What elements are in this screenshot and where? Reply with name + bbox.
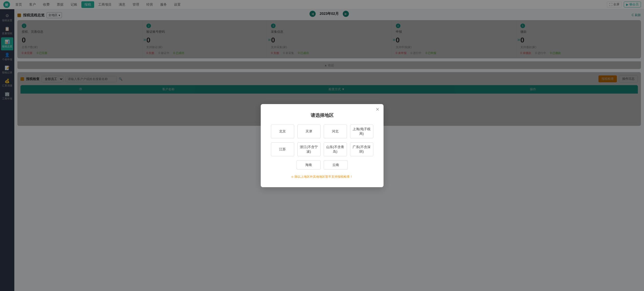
region-button-河北[interactable]: 河北 — [324, 125, 347, 138]
region-grid-row3: 海南云南 — [271, 160, 373, 170]
region-button-浙江(不含宁波)[interactable]: 浙江(不含宁波) — [297, 142, 321, 156]
region-button-天津[interactable]: 天津 — [297, 125, 321, 138]
region-button-山东(不含青岛)[interactable]: 山东(不含青岛) — [324, 142, 347, 156]
dialog-close-button[interactable]: ✕ — [376, 107, 379, 112]
region-button-云南[interactable]: 云南 — [324, 160, 348, 170]
dialog-overlay: ✕ 请选择地区 北京天津河北上海(电子税局) 江苏浙江(不含宁波)山东(不含青岛… — [0, 0, 644, 291]
region-button-北京[interactable]: 北京 — [271, 125, 294, 138]
region-button-海南[interactable]: 海南 — [297, 160, 321, 170]
region-button-广东(不含深圳)[interactable]: 广东(不含深圳) — [350, 142, 373, 156]
region-button-江苏[interactable]: 江苏 — [271, 142, 294, 156]
region-dialog: ✕ 请选择地区 北京天津河北上海(电子税局) 江苏浙江(不含宁波)山东(不含青岛… — [261, 104, 384, 187]
region-grid-row1: 北京天津河北上海(电子税局) — [271, 125, 373, 138]
region-grid-row2: 江苏浙江(不含宁波)山东(不含青岛)广东(不含深圳) — [271, 142, 373, 156]
dialog-title: 请选择地区 — [271, 112, 373, 118]
region-button-上海(电子税局)[interactable]: 上海(电子税局) — [350, 125, 373, 138]
warning-text: ⊙ 除以上地区外其他地区暂不支持报税检查！ — [271, 175, 373, 179]
